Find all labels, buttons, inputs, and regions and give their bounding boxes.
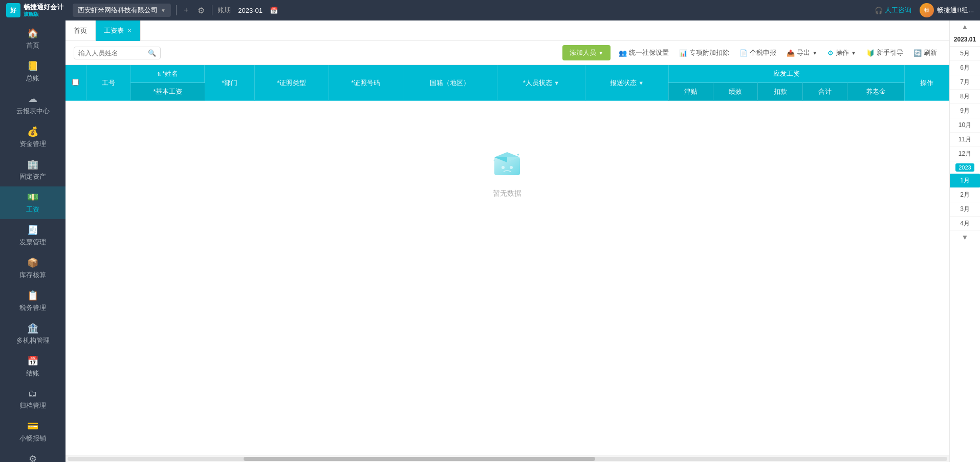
month-item-4月[interactable]: 4月 — [950, 217, 980, 231]
toolbar-icon-special-deduct: 📊 — [679, 49, 687, 57]
sidebar-item-fixed-assets[interactable]: 🏢固定资产 — [0, 154, 66, 186]
month-item-prev-10月[interactable]: 10月 — [950, 118, 980, 133]
settings-icon-btn[interactable]: ⚙ — [195, 4, 207, 17]
add-icon-btn[interactable]: + — [182, 4, 190, 17]
toolbar-action-export[interactable]: 📤导出▼ — [782, 46, 821, 59]
month-item-1月[interactable]: 1月 — [950, 174, 980, 188]
toolbar-action-guide-new[interactable]: 🔰新手引导 — [862, 46, 907, 59]
th-country: 国籍（地区） — [403, 65, 497, 101]
sidebar-label-inventory: 库存核算 — [19, 270, 46, 280]
th-id-type: *证照类型 — [254, 65, 329, 101]
sort-icon: ⇅ — [157, 71, 161, 77]
user-name[interactable]: 畅捷通B组... — [937, 6, 974, 15]
header-divider — [176, 5, 177, 15]
toolbar-action-refresh[interactable]: 🔄刷新 — [909, 46, 941, 59]
month-item-prev-5月[interactable]: 5月 — [950, 47, 980, 61]
th-operations: 操作 — [904, 65, 949, 101]
search-wrapper: 🔍 — [74, 47, 161, 59]
sidebar-icon-close: 📅 — [27, 355, 38, 367]
toolbar-icon-export: 📤 — [787, 49, 795, 57]
sidebar-item-salary[interactable]: 💵工资 — [0, 186, 66, 219]
sidebar-icon-ledger: 📒 — [27, 60, 38, 72]
app-logo-icon: 好 — [6, 3, 20, 17]
tab-close-salary-table[interactable]: ✕ — [127, 27, 132, 34]
sidebar-item-ledger[interactable]: 📒总账 — [0, 55, 66, 88]
report-filter-icon[interactable]: ▼ — [638, 80, 644, 86]
sidebar-label-home: 首页 — [26, 41, 39, 50]
dropdown-icon: ▼ — [851, 50, 856, 56]
user-service-btn[interactable]: 🎧 人工咨询 — [875, 6, 911, 15]
status-filter-icon[interactable]: ▼ — [554, 80, 559, 86]
month-item-prev-11月[interactable]: 11月 — [950, 133, 980, 147]
app-edition: 旗舰版 — [24, 11, 63, 17]
calendar-icon[interactable]: 📅 — [270, 7, 278, 14]
month-item-prev-9月[interactable]: 9月 — [950, 104, 980, 118]
sidebar-item-inventory[interactable]: 📦库存核算 — [0, 252, 66, 285]
header-right: 🎧 人工咨询 畅 畅捷通B组... — [875, 3, 974, 17]
th-emp-no: 工号 — [86, 65, 130, 101]
right-panel: ▲ 2023.01 5月6月7月8月9月10月11月12月20231月2月3月4… — [949, 20, 980, 462]
th-checkbox[interactable] — [66, 65, 86, 101]
toolbar-action-social-settings[interactable]: 👥统一社保设置 — [615, 46, 673, 59]
month-item-prev-8月[interactable]: 8月 — [950, 90, 980, 104]
period-value: 2023-01 — [238, 7, 263, 14]
th-base-salary: *基本工资 — [130, 83, 205, 101]
header-divider-2 — [212, 5, 212, 15]
sidebar-item-cloud-report[interactable]: ☁云报表中心 — [0, 88, 66, 121]
month-item-prev-12月[interactable]: 12月 — [950, 147, 980, 161]
sidebar-item-archive[interactable]: 🗂归档管理 — [0, 383, 66, 415]
toolbar-label-export: 导出 — [797, 48, 810, 57]
toolbar-label-special-deduct: 专项附加扣除 — [689, 48, 729, 57]
sidebar-label-invoice: 发票管理 — [19, 238, 46, 247]
month-item-prev-6月[interactable]: 6月 — [950, 61, 980, 75]
panel-down-btn[interactable]: ▼ — [950, 231, 980, 243]
month-item-2月[interactable]: 2月 — [950, 188, 980, 202]
sidebar-label-multi-org: 多机构管理 — [16, 336, 50, 345]
period-label: 账期 — [217, 6, 231, 15]
sidebar-icon-inventory: 📦 — [27, 257, 38, 268]
tab-bar: 首页工资表✕ — [66, 20, 949, 41]
sidebar-label-fixed-assets: 固定资产 — [19, 172, 46, 181]
month-item-3月[interactable]: 3月 — [950, 202, 980, 217]
sidebar-item-tax[interactable]: 📋税务管理 — [0, 285, 66, 318]
sidebar-item-expense[interactable]: 💳小畅报销 — [0, 415, 66, 448]
sidebar-icon-fund: 💰 — [27, 126, 38, 137]
sidebar-item-fund[interactable]: 💰资金管理 — [0, 121, 66, 154]
toolbar-icon-social-settings: 👥 — [619, 49, 627, 57]
th-pension: 养老金 — [847, 83, 905, 101]
right-panel-months: 5月6月7月8月9月10月11月12月20231月2月3月4月 — [950, 47, 980, 231]
month-item-prev-7月[interactable]: 7月 — [950, 75, 980, 90]
sidebar-icon-archive: 🗂 — [28, 388, 37, 399]
tab-home[interactable]: 首页 — [66, 20, 96, 41]
sidebar-item-multi-org[interactable]: 🏦多机构管理 — [0, 318, 66, 350]
toolbar-label-guide-new: 新手引导 — [877, 48, 903, 57]
toolbar-icon-operations: ⚙ — [827, 49, 834, 57]
salary-table: 工号 ⇅ *姓名 *部门 *证照类型 *证照号码 国籍（地区） *人员状态 ▼ … — [66, 65, 949, 239]
panel-up-btn[interactable]: ▲ — [950, 20, 980, 33]
sidebar-label-expense: 小畅报销 — [19, 434, 46, 443]
select-all-checkbox[interactable] — [72, 79, 79, 86]
sidebar-icon-salary: 💵 — [27, 192, 38, 203]
sidebar-item-home[interactable]: 🏠首页 — [0, 23, 66, 55]
sidebar-item-invoice[interactable]: 🧾发票管理 — [0, 219, 66, 252]
sidebar-item-close[interactable]: 📅结账 — [0, 350, 66, 383]
tab-salary-table[interactable]: 工资表✕ — [96, 20, 141, 41]
sidebar-item-settings[interactable]: ⚙基础设置 — [0, 448, 66, 462]
th-total: 合计 — [802, 83, 847, 101]
tab-label-salary-table: 工资表 — [104, 26, 124, 35]
sidebar-label-ledger: 总账 — [26, 74, 39, 83]
toolbar-action-special-deduct[interactable]: 📊专项附加扣除 — [675, 46, 733, 59]
company-selector[interactable]: 西安虾米网络科技有限公司 ▼ — [73, 4, 171, 17]
user-info: 畅 畅捷通B组... — [920, 3, 974, 17]
bottom-scrollbar[interactable] — [66, 455, 949, 462]
th-salary-group: 应发工资 — [668, 65, 904, 83]
empty-illustration: ✦ ✦ — [487, 142, 528, 183]
toolbar: 🔍 添加人员 ▼ 👥统一社保设置📊专项附加扣除📄个税申报📤导出▼⚙操作▼🔰新手引… — [66, 41, 949, 65]
scrollbar-thumb[interactable] — [244, 457, 596, 461]
search-input[interactable] — [78, 49, 145, 57]
sidebar-icon-tax: 📋 — [27, 290, 38, 301]
toolbar-action-operations[interactable]: ⚙操作▼ — [823, 46, 860, 59]
add-person-button[interactable]: 添加人员 ▼ — [562, 45, 611, 60]
add-person-label: 添加人员 — [570, 48, 596, 57]
toolbar-action-personal-tax[interactable]: 📄个税申报 — [735, 46, 780, 59]
